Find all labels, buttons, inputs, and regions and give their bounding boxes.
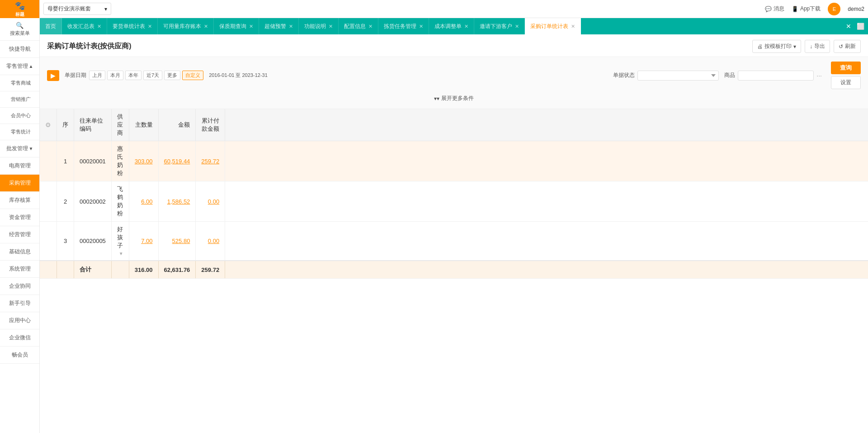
date-this-year-button[interactable]: 本年 <box>125 71 142 80</box>
sidebar-item-marketing[interactable]: 营销推广 <box>0 91 39 108</box>
goods-input[interactable] <box>738 71 814 81</box>
tab-zhuocangwu-close-icon[interactable]: ✕ <box>419 24 423 29</box>
tab-chaochuyujing-close-icon[interactable]: ✕ <box>289 24 293 29</box>
sidebar-item-new-guide[interactable]: 新手引导 <box>0 295 39 312</box>
filter-row-1: ▶ 单据日期 上月 本月 本年 近7天 更多 自定义 2016-01-01 至 … <box>47 62 861 89</box>
tab-gongnengshuo-close-icon[interactable]: ✕ <box>329 24 333 29</box>
tab-chaochuyujing[interactable]: 超储预警 ✕ <box>259 18 299 34</box>
sidebar-item-system[interactable]: 系统管理 <box>0 261 39 278</box>
tab-yaoqing-close-icon[interactable]: ✕ <box>515 24 519 29</box>
sidebar-item-retail-stats[interactable]: 零售统计 <box>0 124 39 140</box>
tab-shoufashui[interactable]: 收发汇总表 ✕ <box>62 18 107 34</box>
date-custom-button[interactable]: 自定义 <box>182 71 203 80</box>
export-button[interactable]: ↓ 导出 <box>805 40 830 53</box>
tab-home[interactable]: 首页 <box>40 18 62 34</box>
filter-area: ▶ 单据日期 上月 本月 本年 近7天 更多 自定义 2016-01-01 至 … <box>40 57 868 109</box>
filter-date-range-group: 2016-01-01 至 2023-12-31 <box>209 72 268 79</box>
table-row[interactable]: 2 00020002 飞鹤奶粉 6.00 1,586.52 0.00 <box>40 181 868 222</box>
account-selector[interactable]: 母婴行业演示账套 ▾ <box>43 3 111 15</box>
sidebar-item-member2[interactable]: 畅会员 <box>0 347 39 364</box>
table-container: ⚙ 序 往来单位编码 供应商 主数量 金额 累计付款金额 1 00020001 <box>40 109 868 279</box>
footer-qty: 316.00 <box>129 261 158 279</box>
app-label: App下载 <box>800 5 821 13</box>
filter-toggle-button[interactable]: ▶ <box>47 70 59 81</box>
sidebar-item-inventory[interactable]: 库存核算 <box>0 192 39 209</box>
footer-label: 合计 <box>74 261 112 279</box>
tab-baozhiqi-close-icon[interactable]: ✕ <box>249 24 253 29</box>
enterprise-label: 企业协同 <box>9 282 31 290</box>
row-paid: 0.00 <box>196 222 225 261</box>
sidebar-item-app-center[interactable]: 应用中心 <box>0 312 39 329</box>
tab-baozhiqi[interactable]: 保质期查询 ✕ <box>214 18 259 34</box>
tab-baozhiqi-label: 保质期查询 <box>219 23 246 30</box>
tab-zhuocangwu[interactable]: 拣货任务管理 ✕ <box>378 18 429 34</box>
tab-peizhi-close-icon[interactable]: ✕ <box>368 24 373 29</box>
sidebar-item-members[interactable]: 会员中心 <box>0 108 39 124</box>
table-row[interactable]: 3 00020005 好孩子▼ 7.00 525.80 0.00 <box>40 222 868 261</box>
row-no: 3 <box>57 222 74 261</box>
table-settings-icon[interactable]: ⚙ <box>45 121 51 128</box>
tab-caigou[interactable]: 采购订单统计表 ✕ <box>525 18 581 34</box>
date-this-month-button[interactable]: 本月 <box>107 71 123 80</box>
sidebar-item-retail-mall[interactable]: 零售商城 <box>0 75 39 91</box>
tab-chengben-close-icon[interactable]: ✕ <box>464 24 468 29</box>
sidebar-item-purchase[interactable]: 采购管理 <box>0 175 39 192</box>
avatar[interactable]: E <box>828 3 840 15</box>
footer-paid: 259.72 <box>196 261 225 279</box>
status-select[interactable] <box>637 71 719 81</box>
tab-yaoqing[interactable]: 邀请下游客户 ✕ <box>474 18 525 34</box>
settings-button[interactable]: 设置 <box>831 76 861 89</box>
goods-more-icon[interactable]: ··· <box>816 72 822 79</box>
sidebar-item-search[interactable]: 🔍 搜索菜单 <box>0 18 39 41</box>
corp-wechat-label: 企业微信 <box>9 334 31 342</box>
th-paid: 累计付款金额 <box>196 109 225 141</box>
refresh-button[interactable]: ↺ 刷新 <box>834 40 861 53</box>
tab-caigou-close-icon[interactable]: ✕ <box>571 24 575 29</box>
sidebar-item-operations[interactable]: 经营管理 <box>0 226 39 243</box>
sidebar-item-wholesale[interactable]: 批发管理 ▼ <box>0 140 39 157</box>
sidebar-item-shortcut[interactable]: 快捷导航 <box>0 41 39 58</box>
tab-keyongliang[interactable]: 可用量库存账本 ✕ <box>158 18 214 34</box>
tab-keyongliang-close-icon[interactable]: ✕ <box>204 24 208 29</box>
tab-gongnengshuo[interactable]: 功能说明 ✕ <box>299 18 339 34</box>
export-label: 导出 <box>814 43 825 50</box>
sidebar-item-ecommerce[interactable]: 电商管理 <box>0 157 39 175</box>
ecommerce-label: 电商管理 <box>9 162 31 170</box>
table-row[interactable]: 1 00020001 惠氏奶粉 303.00 60,519.44 259.72 <box>40 141 868 181</box>
date-range-display: 2016-01-01 至 2023-12-31 <box>209 72 268 79</box>
date-prev-month-button[interactable]: 上月 <box>89 71 105 80</box>
tab-peizhi[interactable]: 配置信息 ✕ <box>339 18 378 34</box>
print-button[interactable]: 🖨 按模板打印 ▾ <box>752 40 801 53</box>
tab-chaochuyujing-label: 超储预警 <box>264 23 286 30</box>
tab-chengben[interactable]: 成本调整单 ✕ <box>429 18 474 34</box>
sidebar-item-enterprise[interactable]: 企业协同 <box>0 278 39 295</box>
date-more-button[interactable]: 更多 <box>164 71 180 80</box>
refresh-icon: ↺ <box>839 43 843 50</box>
new-guide-label: 新手引导 <box>9 300 31 307</box>
row-qty: 7.00 <box>129 222 158 261</box>
export-icon: ↓ <box>810 43 812 50</box>
query-button[interactable]: 查询 <box>831 62 861 74</box>
expand-more-button[interactable]: ▾▾ 展开更多条件 <box>430 93 477 104</box>
sidebar-item-retail[interactable]: 零售管理 ▲ <box>0 58 39 75</box>
th-qty: 主数量 <box>129 109 158 141</box>
date-7days-button[interactable]: 近7天 <box>143 71 162 80</box>
row-supplier: 飞鹤奶粉 <box>111 181 129 222</box>
tab-shoufashui-close-icon[interactable]: ✕ <box>97 24 101 29</box>
tab-yaohuo[interactable]: 要货单统计表 ✕ <box>107 18 158 34</box>
message-button[interactable]: 💬 消息 <box>765 5 784 13</box>
username[interactable]: demo2 <box>848 6 864 12</box>
footer-amount: 62,631.76 <box>158 261 196 279</box>
sidebar-item-finance[interactable]: 资金管理 <box>0 209 39 226</box>
tab-close-all-button[interactable]: ✕ <box>844 22 853 31</box>
wholesale-label: 批发管理 <box>6 145 28 152</box>
app-download-button[interactable]: 📱 App下载 <box>792 5 821 13</box>
tab-yaohuo-close-icon[interactable]: ✕ <box>148 24 152 29</box>
tab-keyongliang-label: 可用量库存账本 <box>163 23 201 30</box>
retail-arrow-icon: ▲ <box>29 64 33 69</box>
sidebar-item-corp-wechat[interactable]: 企业微信 <box>0 329 39 347</box>
table-header-row: ⚙ 序 往来单位编码 供应商 主数量 金额 累计付款金额 <box>40 109 868 141</box>
row-amount: 1,586.52 <box>158 181 196 222</box>
tab-restore-button[interactable]: ⬜ <box>855 22 866 31</box>
sidebar-item-base-info[interactable]: 基础信息 <box>0 243 39 261</box>
